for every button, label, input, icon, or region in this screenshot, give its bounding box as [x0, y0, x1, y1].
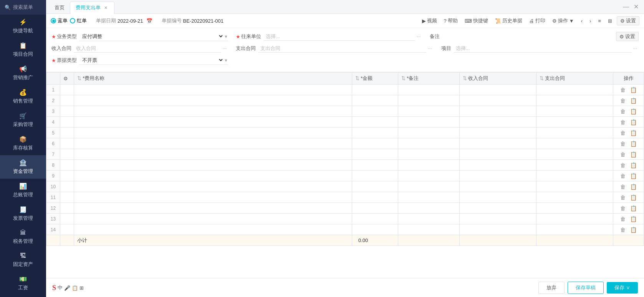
row-income-contract-cell[interactable]: [460, 128, 536, 138]
row-delete-icon[interactable]: 🗑: [619, 97, 627, 105]
row-remark-cell[interactable]: [398, 181, 460, 192]
row-expense-name-cell[interactable]: [74, 224, 352, 235]
row-remark-cell[interactable]: [398, 128, 460, 138]
row-income-contract-cell[interactable]: [460, 160, 536, 171]
sidebar-item-payroll[interactable]: 💵工资: [0, 272, 46, 295]
row-delete-icon[interactable]: 🗑: [619, 172, 627, 180]
tab-home[interactable]: 首页: [49, 2, 70, 14]
project-input[interactable]: [454, 44, 632, 53]
sidebar-item-sales-mgmt[interactable]: 💰销售管理: [0, 85, 46, 108]
row-expense-contract-cell[interactable]: [536, 106, 613, 117]
row-delete-icon[interactable]: 🗑: [619, 204, 627, 212]
row-income-contract-cell[interactable]: [460, 203, 536, 214]
partner-dots-btn[interactable]: ···: [415, 34, 422, 39]
row-expense-contract-cell[interactable]: [536, 138, 613, 149]
row-expense-name-cell[interactable]: [74, 203, 352, 214]
row-copy-icon[interactable]: 📋: [629, 151, 638, 158]
row-remark-cell[interactable]: [398, 224, 460, 235]
invoice-type-select-wrapper[interactable]: 不开票 ▼: [79, 56, 228, 65]
row-amount-cell[interactable]: [352, 95, 398, 106]
expense-contract-dots-btn[interactable]: ···: [426, 46, 433, 51]
row-remark-cell[interactable]: [398, 138, 460, 149]
row-income-contract-cell[interactable]: [460, 138, 536, 149]
row-delete-icon[interactable]: 🗑: [619, 151, 627, 158]
expense-contract-sort-icon[interactable]: ⇅: [540, 75, 544, 81]
row-expense-name-cell[interactable]: [74, 85, 352, 95]
row-copy-icon[interactable]: 📋: [629, 194, 638, 201]
row-income-contract-cell[interactable]: [460, 224, 536, 235]
row-expense-contract-cell[interactable]: [536, 192, 613, 203]
amount-sort-icon[interactable]: ⇅: [355, 75, 359, 81]
tab-close-icon[interactable]: ✕: [103, 5, 109, 11]
income-contract-input[interactable]: [74, 44, 221, 53]
nav-next-btn[interactable]: ›: [587, 17, 593, 25]
row-amount-cell[interactable]: [352, 106, 398, 117]
operate-btn[interactable]: ⚙ 操作 ▼: [550, 17, 576, 25]
row-expense-name-cell[interactable]: [74, 192, 352, 203]
row-income-contract-cell[interactable]: [460, 85, 536, 95]
row-copy-icon[interactable]: 📋: [629, 140, 638, 148]
row-remark-cell[interactable]: [398, 106, 460, 117]
discard-button[interactable]: 放弃: [538, 282, 565, 294]
view-list-btn[interactable]: ≡: [596, 17, 603, 25]
row-income-contract-cell[interactable]: [460, 106, 536, 117]
project-dots-btn[interactable]: ···: [632, 46, 639, 51]
sidebar-item-capital-mgmt[interactable]: 🏦资金管理: [0, 155, 46, 179]
biz-type-select[interactable]: 应付调整: [79, 32, 224, 41]
row-delete-icon[interactable]: 🗑: [619, 194, 627, 201]
row-remark-cell[interactable]: [398, 149, 460, 160]
row-expense-name-cell[interactable]: [74, 117, 352, 128]
row-delete-icon[interactable]: 🗑: [619, 161, 627, 169]
row-expense-contract-cell[interactable]: [536, 95, 613, 106]
row-delete-icon[interactable]: 🗑: [619, 108, 627, 115]
tab-expense[interactable]: 费用支出单 ✕: [70, 2, 114, 14]
print-btn[interactable]: 🖨 打印: [527, 17, 548, 25]
row-amount-cell[interactable]: [352, 214, 398, 224]
row-delete-icon[interactable]: 🗑: [619, 183, 627, 191]
expense-contract-input[interactable]: [258, 44, 426, 53]
row-copy-icon[interactable]: 📋: [629, 86, 638, 94]
sidebar-item-tax-mgmt[interactable]: 🏛税务管理: [0, 226, 46, 249]
invoice-type-select[interactable]: 不开票: [79, 56, 224, 65]
sidebar-item-marketing[interactable]: 📢营销推广: [0, 61, 46, 85]
row-delete-icon[interactable]: 🗑: [619, 118, 627, 126]
row-expense-name-cell[interactable]: [74, 181, 352, 192]
row-expense-contract-cell[interactable]: [536, 224, 613, 235]
sidebar-item-inventory[interactable]: 📦库存核算: [0, 132, 46, 155]
row-copy-icon[interactable]: 📋: [629, 129, 638, 137]
col-config[interactable]: ⚙: [60, 73, 74, 85]
row-amount-cell[interactable]: [352, 224, 398, 235]
row-copy-icon[interactable]: 📋: [629, 226, 638, 234]
history-btn[interactable]: 📜 历史单据: [493, 17, 525, 25]
income-contract-dots-btn[interactable]: ···: [221, 46, 228, 51]
window-minimize-btn[interactable]: —: [621, 3, 631, 11]
row-income-contract-cell[interactable]: [460, 171, 536, 181]
row-copy-icon[interactable]: 📋: [629, 204, 638, 212]
partner-input[interactable]: [263, 32, 415, 41]
red-bill-radio[interactable]: 红单: [70, 17, 87, 24]
row-expense-contract-cell[interactable]: [536, 160, 613, 171]
row-amount-cell[interactable]: [352, 138, 398, 149]
row-remark-cell[interactable]: [398, 95, 460, 106]
row-copy-icon[interactable]: 📋: [629, 183, 638, 191]
row-expense-name-cell[interactable]: [74, 138, 352, 149]
row-delete-icon[interactable]: 🗑: [619, 226, 627, 234]
row-delete-icon[interactable]: 🗑: [619, 140, 627, 148]
row-expense-contract-cell[interactable]: [536, 203, 613, 214]
settings-btn[interactable]: ⚙ 设置: [617, 16, 639, 25]
video-btn[interactable]: ▶ 视频: [420, 17, 439, 25]
sidebar-item-fixed-assets[interactable]: 🏗固定资产: [0, 249, 46, 272]
sidebar-item-purchase-mgmt[interactable]: 🛒采购管理: [0, 108, 46, 132]
row-expense-name-cell[interactable]: [74, 95, 352, 106]
row-expense-name-cell[interactable]: [74, 214, 352, 224]
shortcut-btn[interactable]: ⌨ 快捷键: [462, 17, 490, 25]
row-copy-icon[interactable]: 📋: [629, 108, 638, 115]
row-delete-icon[interactable]: 🗑: [619, 86, 627, 94]
row-expense-contract-cell[interactable]: [536, 149, 613, 160]
row-income-contract-cell[interactable]: [460, 181, 536, 192]
row-expense-name-cell[interactable]: [74, 149, 352, 160]
row-expense-contract-cell[interactable]: [536, 117, 613, 128]
row-income-contract-cell[interactable]: [460, 117, 536, 128]
row-remark-cell[interactable]: [398, 192, 460, 203]
row-remark-cell[interactable]: [398, 85, 460, 95]
